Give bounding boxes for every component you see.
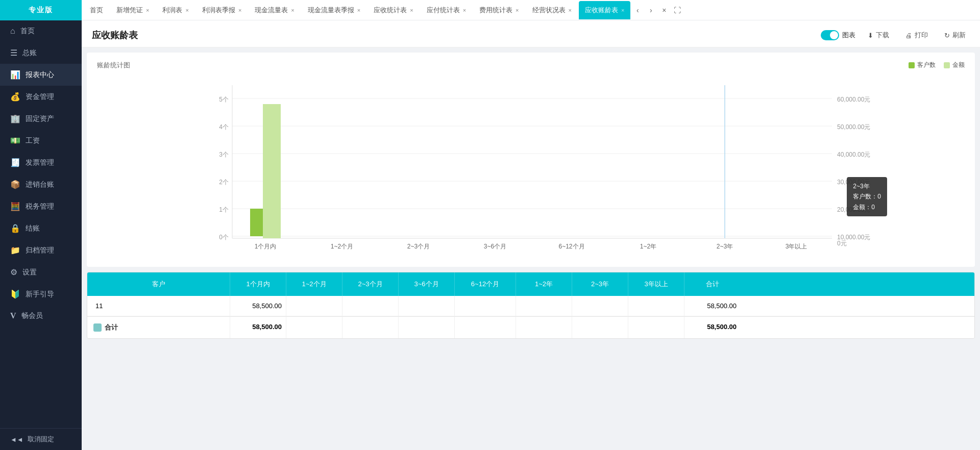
sidebar-label-purchase: 进销台账 <box>26 180 54 189</box>
sidebar-label-guide: 新手引导 <box>26 290 54 299</box>
tab-profit-quarter-label: 利润表季报 <box>202 6 235 15</box>
print-button[interactable]: 🖨 打印 <box>901 29 932 42</box>
sidebar-item-guide[interactable]: 🔰 新手引导 <box>0 283 82 305</box>
bar-customer-0 <box>250 209 263 236</box>
tab-receivable-close[interactable]: × <box>410 7 413 13</box>
sidebar-item-purchase[interactable]: 📦 进销台账 <box>0 173 82 195</box>
legend-customer: 客户数 <box>909 61 936 69</box>
data-table: 客户 1个月内 1~2个月 2~3个月 3~6个月 6~12个月 1~2年 2~… <box>87 272 975 339</box>
th-customer: 客户 <box>87 272 230 296</box>
tab-aging-close[interactable]: × <box>621 7 624 13</box>
tab-profit-quarter[interactable]: 利润表季报 × <box>196 1 248 19</box>
content-area: 应收账龄表 图表 ⬇ 下载 🖨 打印 ↻ 刷新 <box>82 20 980 450</box>
tab-nav-left[interactable]: ‹ <box>631 4 644 16</box>
salary-icon: 💵 <box>10 136 20 145</box>
th-total: 合计 <box>684 272 741 296</box>
tab-operation-close[interactable]: × <box>569 7 572 13</box>
tab-cashflow-label: 现金流量表 <box>255 6 288 15</box>
svg-text:0元: 0元 <box>837 240 847 247</box>
tab-aging[interactable]: 应收账龄表 × <box>579 1 630 19</box>
tab-profit-close[interactable]: × <box>185 7 188 13</box>
tab-home-label: 首页 <box>90 6 103 15</box>
chart-legend: 客户数 金额 <box>909 61 965 69</box>
sidebar-item-report[interactable]: 📊 报表中心 <box>0 64 82 86</box>
logo: 专业版 <box>0 0 82 20</box>
svg-text:5个: 5个 <box>219 96 229 103</box>
table-header: 客户 1个月内 1~2个月 2~3个月 3~6个月 6~12个月 1~2年 2~… <box>87 272 974 296</box>
tab-home[interactable]: 首页 <box>84 1 109 19</box>
svg-text:2~3年: 2~3年 <box>717 243 733 250</box>
sidebar-item-vip[interactable]: V 畅会员 <box>0 305 82 327</box>
th-y3plus: 3年以上 <box>628 272 684 296</box>
td-customer-0: 11 <box>87 296 230 316</box>
td-y3plus-0 <box>628 296 684 316</box>
tab-cashflow-close[interactable]: × <box>291 7 294 13</box>
settings-icon: ⚙ <box>10 267 17 277</box>
svg-text:0个: 0个 <box>219 234 229 241</box>
tab-payable[interactable]: 应付统计表 × <box>421 1 472 19</box>
sidebar-item-home[interactable]: ⌂ 首页 <box>0 20 82 42</box>
home-icon: ⌂ <box>10 27 15 36</box>
sidebar-item-ledger[interactable]: ☰ 总账 <box>0 42 82 64</box>
tab-cashflow-quarter[interactable]: 现金流量表季报 × <box>302 1 366 19</box>
tab-cashflow[interactable]: 现金流量表 × <box>249 1 300 19</box>
svg-text:20,000.00元: 20,000.00元 <box>837 206 870 213</box>
tab-expense-close[interactable]: × <box>516 7 519 13</box>
tab-voucher-close[interactable]: × <box>146 7 149 13</box>
sidebar-collapse-btn[interactable]: ◄◄ 取消固定 <box>0 428 82 450</box>
table-row-total: 合计 58,500.00 58,500.00 <box>87 316 974 338</box>
sidebar-label-capital: 资金管理 <box>26 92 54 102</box>
chart-svg: 5个 4个 3个 2个 1个 0个 60,000.00元 50,000.00元 … <box>97 75 965 259</box>
chart-toggle-wrap: 图表 <box>821 30 855 40</box>
sidebar-item-closing[interactable]: 🔒 结账 <box>0 217 82 239</box>
sidebar-label-report: 报表中心 <box>26 70 54 80</box>
tab-profit-quarter-close[interactable]: × <box>238 7 241 13</box>
tab-cashflow-quarter-close[interactable]: × <box>357 7 360 13</box>
sidebar-item-salary[interactable]: 💵 工资 <box>0 130 82 152</box>
tab-maximize[interactable]: ⛶ <box>671 4 683 16</box>
sidebar-label-tax: 税务管理 <box>26 202 54 211</box>
td-y23-0 <box>572 296 628 316</box>
tab-nav-right[interactable]: › <box>645 4 657 16</box>
archive-icon: 📁 <box>10 245 20 255</box>
sidebar-item-assets[interactable]: 🏢 固定资产 <box>0 108 82 130</box>
svg-text:4个: 4个 <box>219 123 229 131</box>
th-m12: 1~2个月 <box>286 272 342 296</box>
td-total-y23 <box>572 317 628 338</box>
tab-voucher[interactable]: 新增凭证 × <box>110 1 155 19</box>
sidebar-label-salary: 工资 <box>26 136 40 145</box>
page-title: 应收账龄表 <box>92 29 138 41</box>
th-y23: 2~3年 <box>572 272 628 296</box>
tab-close-all[interactable]: × <box>658 4 670 16</box>
tab-cashflow-quarter-label: 现金流量表季报 <box>308 6 354 15</box>
tab-bar: 首页 新增凭证 × 利润表 × 利润表季报 × 现金流量表 × 现金流量表季报 … <box>82 0 980 20</box>
sidebar-item-settings[interactable]: ⚙ 设置 <box>0 261 82 283</box>
tab-expense[interactable]: 费用统计表 × <box>473 1 525 19</box>
chart-toggle[interactable] <box>821 30 839 40</box>
tab-operation-label: 经营状况表 <box>532 6 566 15</box>
tab-receivable[interactable]: 应收统计表 × <box>368 1 419 19</box>
vip-icon: V <box>10 311 16 320</box>
download-button[interactable]: ⬇ 下载 <box>864 29 893 42</box>
tab-profit[interactable]: 利润表 × <box>156 1 194 19</box>
tab-operation[interactable]: 经营状况表 × <box>526 1 578 19</box>
sidebar-item-archive[interactable]: 📁 归档管理 <box>0 239 82 261</box>
collapse-label: 取消固定 <box>28 435 54 444</box>
guide-icon: 🔰 <box>10 289 20 299</box>
tab-payable-close[interactable]: × <box>463 7 466 13</box>
tab-receivable-label: 应收统计表 <box>374 6 407 15</box>
sidebar-label-assets: 固定资产 <box>26 114 54 123</box>
capital-icon: 💰 <box>10 92 20 102</box>
chart-title: 账龄统计图 <box>97 61 965 70</box>
sidebar-item-tax[interactable]: 🧮 税务管理 <box>0 195 82 217</box>
download-icon: ⬇ <box>868 32 873 39</box>
svg-text:30,000.00元: 30,000.00元 <box>837 179 870 186</box>
td-m12-0 <box>286 296 342 316</box>
sidebar-item-invoice[interactable]: 🧾 发票管理 <box>0 152 82 173</box>
sidebar-item-capital[interactable]: 💰 资金管理 <box>0 86 82 108</box>
svg-text:1~2个月: 1~2个月 <box>331 243 353 250</box>
page-header: 应收账龄表 图表 ⬇ 下载 🖨 打印 ↻ 刷新 <box>82 20 980 47</box>
table-row: 11 58,500.00 58,500.00 <box>87 296 974 316</box>
refresh-button[interactable]: ↻ 刷新 <box>940 29 970 42</box>
td-total-y3plus <box>628 317 684 338</box>
